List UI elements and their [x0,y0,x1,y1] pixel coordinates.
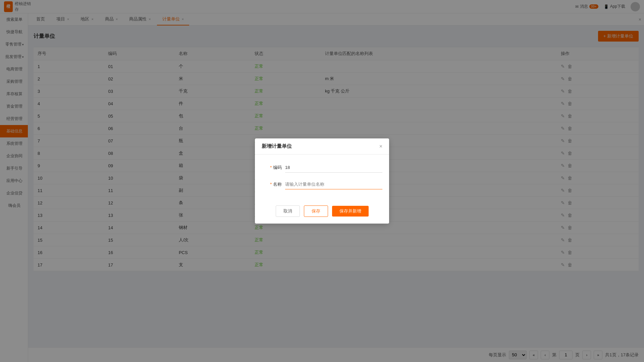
modal-title: 新增计量单位 [262,143,292,149]
save-and-new-button[interactable]: 保存并新增 [332,206,369,217]
add-measure-unit-modal: 新增计量单位 × 编码 名称 取消 保存 保存并新增 [255,138,389,224]
form-row-name: 名称 [262,179,382,189]
modal-header: 新增计量单位 × [255,138,389,155]
save-button[interactable]: 保存 [304,205,328,217]
name-input[interactable] [285,179,382,189]
cancel-button[interactable]: 取消 [276,205,300,217]
code-label: 编码 [262,165,282,171]
modal-overlay: 新增计量单位 × 编码 名称 取消 保存 保存并新增 [0,0,644,362]
modal-close-button[interactable]: × [379,143,382,149]
modal-footer: 取消 保存 保存并新增 [255,201,389,224]
code-input[interactable] [285,163,382,173]
form-row-code: 编码 [262,163,382,173]
name-label: 名称 [262,181,282,187]
modal-body: 编码 名称 [255,155,389,201]
app-container: 橙 橙柚进销存 ✉ 消息 99+ 📱 App下载 搜索菜单 快捷导航 [0,0,644,362]
